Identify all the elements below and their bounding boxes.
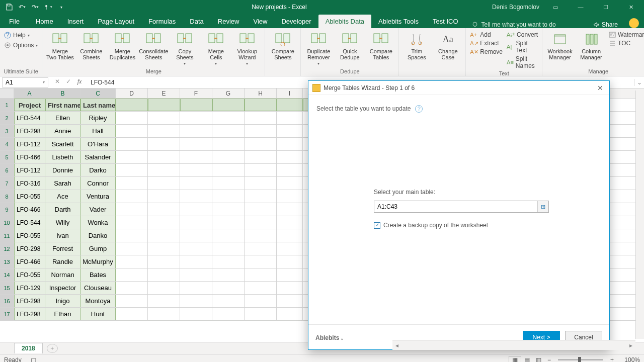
toc-button[interactable]: TOC [608, 40, 644, 47]
text-convert[interactable]: A⇄Convert [506, 31, 539, 38]
cell[interactable]: Hunt [80, 308, 116, 320]
cell[interactable]: LFO-055 [14, 190, 45, 203]
cell[interactable]: LFO-466 [14, 255, 45, 268]
col-header-C[interactable]: C [80, 88, 116, 98]
tab-file[interactable]: File [0, 15, 29, 28]
share-button[interactable]: Share [587, 21, 624, 28]
text-split-text[interactable]: A|Split Text [506, 40, 539, 54]
expand-formula-icon[interactable]: ⌄ [634, 79, 644, 86]
dedupe-btn-1[interactable]: QuickDedupe [335, 30, 364, 60]
row-header-11[interactable]: 11 [0, 229, 14, 242]
tab-page-layout[interactable]: Page Layout [91, 15, 141, 28]
tab-view[interactable]: View [246, 15, 274, 28]
select-all-corner[interactable] [0, 88, 14, 98]
view-pagebreak-icon[interactable]: ▥ [533, 356, 544, 363]
qat-extra-icon[interactable]: ▾ [43, 2, 53, 12]
cell[interactable]: O'Hara [80, 138, 116, 150]
text-extract[interactable]: A↗Extract [469, 40, 504, 47]
macro-record-icon[interactable]: ▢ [31, 356, 36, 363]
zoom-in-icon[interactable]: + [607, 356, 617, 363]
cell[interactable]: LFO-112 [14, 164, 45, 176]
row-header-3[interactable]: 3 [0, 125, 14, 137]
tab-home[interactable]: Home [29, 15, 60, 28]
row-header-1[interactable]: 1 [0, 99, 14, 111]
cell[interactable]: Ventura [80, 190, 116, 203]
add-sheet-button[interactable]: + [47, 344, 58, 353]
tab-formulas[interactable]: Formulas [141, 15, 183, 28]
qat-customize-icon[interactable]: ▾ [56, 2, 66, 12]
header-cell[interactable]: Last name [80, 99, 116, 111]
view-layout-icon[interactable]: ▤ [521, 356, 533, 363]
dialog-close-icon[interactable]: ✕ [595, 84, 605, 92]
text-add[interactable]: A+Add [469, 31, 504, 38]
cell[interactable]: Clouseau [80, 282, 116, 294]
name-box[interactable]: A1▾ [2, 77, 48, 87]
row-header-5[interactable]: 5 [0, 151, 14, 163]
tab-ablebits-tools[interactable]: Ablebits Tools [371, 15, 426, 28]
header-cell[interactable]: Project [14, 99, 45, 111]
text-remove[interactable]: A✕Remove [469, 48, 504, 55]
cell[interactable]: Hall [80, 125, 116, 137]
trim-spaces-button[interactable]: Trim Spaces [402, 30, 431, 60]
row-header-9[interactable]: 9 [0, 203, 14, 216]
cell[interactable]: Danko [80, 229, 116, 242]
col-header-H[interactable]: H [245, 88, 277, 98]
cell[interactable]: Sarah [45, 177, 80, 190]
cell[interactable]: LFO-298 [14, 242, 45, 255]
cell[interactable]: LFO-316 [14, 177, 45, 190]
sheet-tab-2018[interactable]: 2018 [14, 343, 43, 353]
cell[interactable]: Salander [80, 151, 116, 163]
tab-test-ico[interactable]: Test ICO [426, 15, 465, 28]
cell[interactable]: Willy [45, 216, 80, 229]
cell[interactable]: Montoya [80, 295, 116, 307]
cell[interactable]: Ivan [45, 229, 80, 242]
col-header-E[interactable]: E [148, 88, 180, 98]
row-header-13[interactable]: 13 [0, 255, 14, 268]
options-button[interactable]: Options▾ [3, 41, 39, 49]
col-header-D[interactable]: D [116, 88, 148, 98]
tab-review[interactable]: Review [211, 15, 247, 28]
fx-icon[interactable]: fx [74, 78, 85, 87]
feedback-icon[interactable] [629, 18, 639, 28]
backup-checkbox[interactable]: ✓ Create a backup copy of the worksheet [374, 222, 549, 229]
col-header-I[interactable]: I [277, 88, 303, 98]
dedupe-btn-2[interactable]: CompareTables [366, 30, 395, 60]
cell[interactable]: McMurphy [80, 255, 116, 268]
cell[interactable]: Scarlett [45, 138, 80, 150]
cell[interactable]: LFO-466 [14, 203, 45, 216]
cell[interactable]: Darth [45, 203, 80, 216]
cell[interactable]: LFO-298 [14, 308, 45, 320]
cell[interactable]: LFO-466 [14, 151, 45, 163]
merge-btn-6[interactable]: VlookupWizard▾ [232, 30, 262, 66]
cell[interactable]: Donnie [45, 164, 80, 176]
cell[interactable]: Ace [45, 190, 80, 203]
merge-btn-5[interactable]: MergeCells▾ [201, 30, 230, 66]
cell[interactable]: Connor [80, 177, 116, 190]
zoom-slider[interactable] [558, 359, 603, 360]
dialog-brand[interactable]: Ablebits⌄ [315, 333, 344, 341]
maximize-icon[interactable]: ☐ [597, 2, 615, 13]
workbook-manager-button[interactable]: Workbook Manager [545, 30, 575, 60]
save-icon[interactable] [4, 2, 14, 12]
cell[interactable]: Ripley [80, 112, 116, 124]
horizontal-scrollbar[interactable]: ◂▸ [392, 340, 635, 350]
tell-me-box[interactable]: Tell me what you want to do [465, 21, 587, 28]
watermarks-button[interactable]: WWatermarks [608, 31, 644, 38]
cell[interactable]: LFO-112 [14, 138, 45, 150]
cell[interactable]: Darko [80, 164, 116, 176]
column-manager-button[interactable]: Column Manager [577, 30, 606, 60]
cell[interactable]: LFO-055 [14, 229, 45, 242]
merge-btn-1[interactable]: CombineSheets [76, 30, 106, 60]
row-header-2[interactable]: 2 [0, 112, 14, 124]
row-header-14[interactable]: 14 [0, 268, 14, 281]
tab-insert[interactable]: Insert [60, 15, 91, 28]
merge-btn-3[interactable]: ConsolidateSheets [139, 30, 168, 60]
cancel-formula-icon[interactable]: ✕ [52, 78, 62, 87]
range-input[interactable] [374, 201, 537, 212]
cell[interactable]: Vader [80, 203, 116, 216]
col-header-G[interactable]: G [212, 88, 245, 98]
merge-btn-2[interactable]: MergeDuplicates [108, 30, 137, 60]
tab-developer[interactable]: Developer [274, 15, 318, 28]
zoom-out-icon[interactable]: − [544, 356, 554, 363]
cell[interactable]: Gump [80, 242, 116, 255]
